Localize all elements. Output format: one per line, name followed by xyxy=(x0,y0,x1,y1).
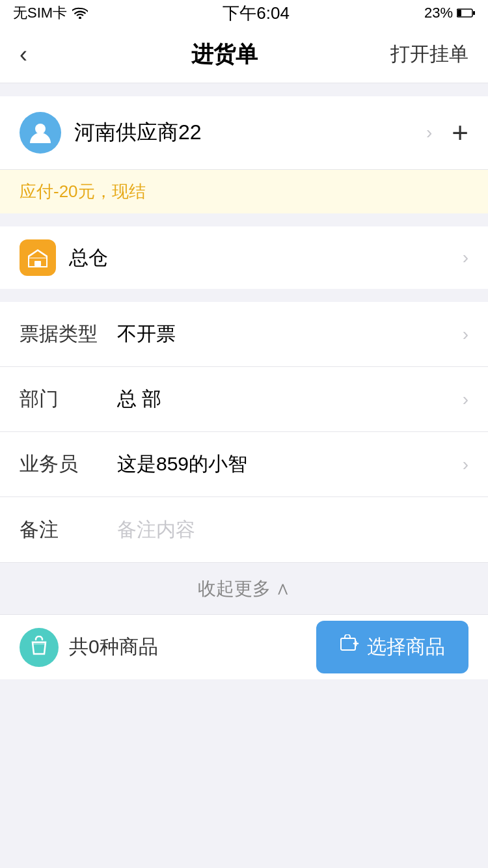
divider-3 xyxy=(0,289,488,302)
warehouse-name: 总仓 xyxy=(69,245,463,271)
carrier-text: 无SIM卡 xyxy=(13,3,67,23)
salesman-row[interactable]: 业务员 这是859的小智 › xyxy=(0,432,488,497)
invoice-chevron-icon: › xyxy=(463,324,468,345)
svg-rect-1 xyxy=(473,11,475,15)
svg-rect-5 xyxy=(33,642,46,645)
supplier-chevron-icon: › xyxy=(426,122,432,143)
invoice-type-value: 不开票 xyxy=(111,321,463,347)
department-label: 部门 xyxy=(20,386,111,413)
supplier-card: 河南供应商22 › + 应付-20元，现结 xyxy=(0,96,488,213)
warehouse-card: 总仓 › xyxy=(0,226,488,289)
collapse-label: 收起更多 ∧ xyxy=(198,576,291,601)
back-button[interactable]: ‹ xyxy=(20,41,59,68)
select-product-label: 选择商品 xyxy=(367,634,445,660)
person-icon xyxy=(27,120,53,146)
warehouse-icon-bg xyxy=(20,239,56,276)
divider-2 xyxy=(0,213,488,226)
form-section: 票据类型 不开票 › 部门 总 部 › 业务员 这是859的小智 › 备注 备注… xyxy=(0,302,488,562)
notice-bar: 应付-20元，现结 xyxy=(0,170,488,213)
warehouse-chevron-icon: › xyxy=(463,247,468,268)
product-icon-bg xyxy=(20,628,59,667)
department-value: 总 部 xyxy=(111,386,463,413)
collapse-bar[interactable]: 收起更多 ∧ xyxy=(0,562,488,614)
battery-icon xyxy=(457,8,475,18)
cart-add-icon xyxy=(340,634,360,660)
status-right: 23% xyxy=(424,5,475,21)
select-product-button[interactable]: 选择商品 xyxy=(316,621,468,673)
salesman-label: 业务员 xyxy=(20,451,111,478)
add-supplier-button[interactable]: + xyxy=(452,118,468,147)
status-time: 下午6:04 xyxy=(223,2,290,25)
product-count-text: 共0种商品 xyxy=(69,634,316,660)
warehouse-icon xyxy=(27,247,49,269)
page-title: 进货单 xyxy=(191,40,258,70)
shopping-bag-icon xyxy=(27,636,51,659)
supplier-avatar xyxy=(20,112,61,154)
svg-point-3 xyxy=(35,124,46,134)
status-bar: 无SIM卡 下午6:04 23% xyxy=(0,0,488,26)
bottom-bar: 共0种商品 选择商品 xyxy=(0,614,488,679)
remark-row[interactable]: 备注 备注内容 xyxy=(0,497,488,562)
battery-text: 23% xyxy=(424,5,453,21)
supplier-row[interactable]: 河南供应商22 › + xyxy=(0,96,488,170)
department-chevron-icon: › xyxy=(463,389,468,410)
nav-bar: ‹ 进货单 打开挂单 xyxy=(0,26,488,83)
content-below xyxy=(0,679,488,868)
svg-rect-6 xyxy=(341,638,355,650)
department-row[interactable]: 部门 总 部 › xyxy=(0,367,488,432)
remark-label: 备注 xyxy=(20,517,111,543)
invoice-type-label: 票据类型 xyxy=(20,321,111,347)
svg-rect-4 xyxy=(34,261,41,266)
svg-rect-2 xyxy=(457,10,461,16)
remark-input[interactable]: 备注内容 xyxy=(111,517,468,543)
notice-text: 应付-20元，现结 xyxy=(20,182,146,201)
salesman-chevron-icon: › xyxy=(463,454,468,475)
status-left: 无SIM卡 xyxy=(13,3,88,23)
supplier-name: 河南供应商22 xyxy=(74,118,426,147)
divider-1 xyxy=(0,83,488,96)
open-pending-button[interactable]: 打开挂单 xyxy=(390,41,468,68)
wifi-icon xyxy=(72,7,88,19)
warehouse-row[interactable]: 总仓 › xyxy=(0,226,488,289)
salesman-value: 这是859的小智 xyxy=(111,451,463,478)
invoice-type-row[interactable]: 票据类型 不开票 › xyxy=(0,302,488,367)
